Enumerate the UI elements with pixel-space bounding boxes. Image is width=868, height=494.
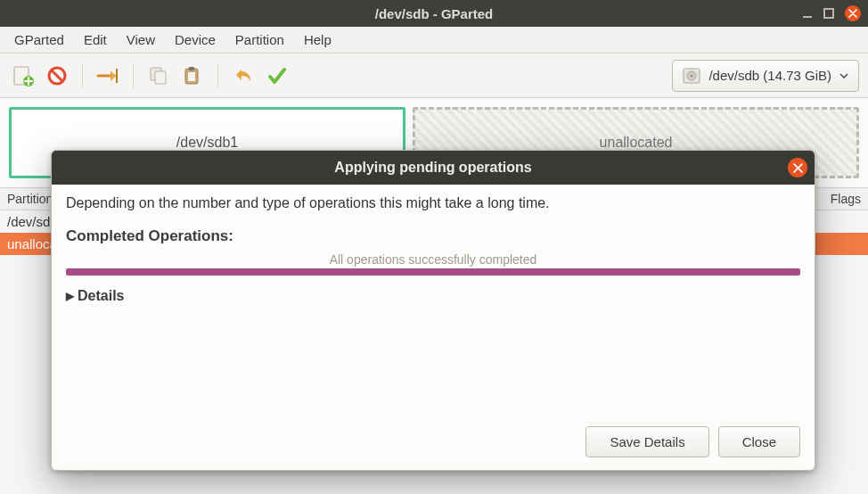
menu-edit[interactable]: Edit — [75, 29, 116, 51]
menu-view[interactable]: View — [118, 29, 164, 51]
progress-bar — [66, 268, 800, 276]
window-title: /dev/sdb - GParted — [0, 6, 868, 21]
triangle-right-icon: ▶ — [66, 290, 74, 302]
dialog-note: Depending on the number and type of oper… — [66, 195, 800, 211]
partition-primary-label: /dev/sdb1 — [176, 135, 238, 151]
minimize-button[interactable] — [802, 8, 813, 19]
device-label: /dev/sdb (14.73 GiB) — [708, 68, 831, 83]
dialog-footer: Save Details Close — [52, 414, 815, 470]
completed-heading: Completed Operations: — [66, 227, 800, 245]
window-titlebar: /dev/sdb - GParted — [0, 0, 868, 27]
menu-device[interactable]: Device — [166, 29, 225, 51]
harddisk-icon — [682, 66, 701, 86]
close-button[interactable]: Close — [718, 426, 800, 457]
toolbar-separator — [217, 63, 218, 88]
dialog-close-button[interactable] — [788, 158, 807, 177]
toolbar-separator — [82, 63, 83, 88]
paste-icon[interactable] — [178, 62, 207, 90]
close-window-button[interactable] — [845, 5, 861, 21]
svg-point-13 — [691, 74, 693, 77]
details-expander[interactable]: ▶ Details — [66, 288, 800, 304]
window-controls — [802, 5, 861, 21]
device-selector[interactable]: /dev/sdb (14.73 GiB) — [672, 60, 859, 92]
menu-partition[interactable]: Partition — [226, 29, 293, 51]
dialog-title: Applying pending operations — [334, 160, 531, 176]
svg-rect-10 — [188, 72, 195, 81]
new-partition-icon[interactable] — [9, 62, 37, 90]
apply-operations-dialog: Applying pending operations Depending on… — [51, 150, 815, 471]
menu-bar: GParted Edit View Device Partition Help — [0, 27, 868, 54]
svg-rect-0 — [803, 16, 812, 18]
col-partition[interactable]: Partition — [7, 192, 53, 206]
menu-help[interactable]: Help — [295, 29, 340, 51]
copy-icon[interactable] — [144, 62, 173, 90]
save-details-button[interactable]: Save Details — [585, 426, 708, 457]
resize-icon[interactable] — [94, 62, 122, 90]
toolbar-separator — [133, 63, 134, 88]
undo-icon[interactable] — [229, 62, 258, 90]
svg-rect-5 — [116, 69, 118, 83]
progress-bar-fill — [66, 268, 800, 276]
dialog-titlebar: Applying pending operations — [52, 151, 815, 185]
delete-partition-icon[interactable] — [43, 62, 71, 90]
status-text: All operations successfully completed — [66, 252, 800, 267]
menu-gparted[interactable]: GParted — [5, 29, 73, 51]
toolbar: /dev/sdb (14.73 GiB) — [0, 54, 868, 98]
svg-rect-9 — [189, 67, 194, 70]
maximize-button[interactable] — [823, 8, 834, 19]
apply-icon[interactable] — [263, 62, 291, 90]
chevron-down-icon — [839, 70, 849, 81]
details-label: Details — [78, 288, 124, 304]
svg-rect-7 — [155, 71, 166, 84]
svg-rect-1 — [824, 9, 833, 18]
partition-unallocated-label: unallocated — [600, 135, 673, 151]
